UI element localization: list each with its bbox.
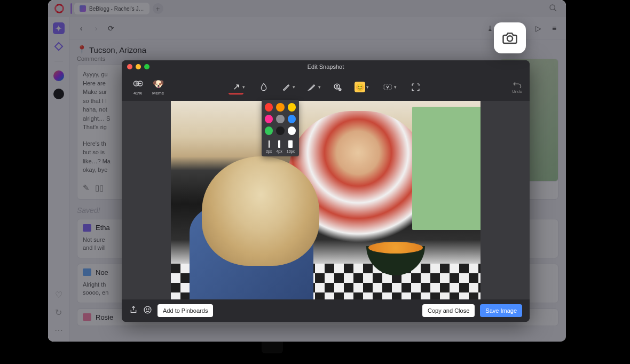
color-swatch-black[interactable] — [276, 126, 284, 135]
thread-name: Noe — [96, 268, 108, 276]
arrow-tool[interactable]: ↗ — [229, 80, 243, 94]
tab-indicator — [70, 3, 72, 14]
blur-tool[interactable] — [256, 80, 271, 94]
svg-point-13 — [146, 308, 147, 309]
location-label: 📍 Tucson, Arizona — [77, 45, 558, 54]
sidebar-heart-icon[interactable]: ♡ — [55, 290, 62, 300]
back-button[interactable]: ‹ — [75, 22, 88, 35]
sidebar-history-icon[interactable]: ↻ — [55, 307, 62, 318]
nav-bar: ‹ › ⟳ ⤓ ✎ ⊡ ▷ ≡ — [69, 17, 566, 39]
crop-tool[interactable] — [408, 80, 423, 94]
undo-label: Undo — [512, 89, 522, 94]
sidebar-tab-icon[interactable] — [53, 41, 65, 52]
reload-button[interactable]: ⟳ — [105, 22, 117, 35]
svg-point-0 — [550, 5, 555, 10]
svg-point-14 — [148, 308, 149, 309]
color-swatch-green[interactable] — [265, 126, 273, 135]
svg-rect-11 — [384, 84, 391, 90]
editor-titlebar: Edit Snapshot — [122, 60, 530, 73]
add-to-pinboards-button[interactable]: Add to Pinboards — [158, 304, 213, 317]
editor-toolbar: 41% 🐶 Meme ↗ ▾ ▾ ▾ — [122, 73, 530, 101]
snapshot-image — [171, 101, 481, 299]
color-swatch-pink[interactable] — [265, 115, 273, 123]
forward-button[interactable]: › — [90, 22, 103, 35]
arrow-dropdown[interactable]: ▾ — [242, 84, 249, 90]
selfie-tool[interactable] — [330, 80, 345, 94]
color-swatch-red[interactable] — [265, 103, 273, 112]
sidebar-app-icon[interactable] — [53, 88, 65, 100]
pin-icon: 📍 — [77, 45, 87, 54]
thread-name: Etha — [96, 224, 110, 232]
color-swatch-yellow[interactable] — [288, 103, 296, 112]
highlighter-tool[interactable] — [279, 80, 294, 94]
folder-icon — [83, 224, 91, 232]
browser-tab[interactable]: BeBlogg - Rachel's J… — [74, 3, 149, 14]
color-picker: 2px 4px 10px — [262, 100, 299, 156]
color-swatch-white[interactable] — [288, 126, 296, 135]
search-icon[interactable] — [549, 4, 560, 14]
stroke-size-10[interactable]: 10px — [287, 140, 295, 153]
sticker-dropdown[interactable]: ▾ — [366, 84, 373, 90]
highlighter-dropdown[interactable]: ▾ — [293, 84, 299, 90]
snapshot-float-button[interactable] — [494, 22, 526, 53]
new-tab-button[interactable]: + — [153, 3, 163, 14]
tab-favicon — [80, 5, 86, 12]
zoom-tool[interactable]: 41% — [129, 79, 146, 96]
pinboard-icon[interactable]: ▷ — [532, 22, 545, 35]
easy-setup-icon[interactable]: ≡ — [548, 22, 561, 35]
pen-dropdown[interactable]: ▾ — [318, 84, 325, 90]
snapshot-editor: Edit Snapshot 41% 🐶 Meme ↗ ▾ ▾ — [122, 60, 530, 322]
emoji-icon[interactable] — [143, 305, 152, 316]
color-swatch-gray[interactable] — [276, 115, 284, 123]
stroke-size-4[interactable]: 4px — [276, 140, 282, 153]
zoom-label: 41% — [133, 91, 142, 96]
sidebar-more-icon[interactable]: ⋯ — [54, 325, 63, 335]
color-swatch-orange[interactable] — [276, 103, 284, 112]
folder-icon — [83, 313, 91, 321]
meme-label: Meme — [152, 91, 164, 96]
pen-tool[interactable] — [304, 80, 319, 94]
magic-wand-icon[interactable]: ✎ — [83, 182, 90, 194]
sidebar-aria-icon[interactable]: ✦ — [53, 22, 65, 34]
sidebar: ✦ ♡ ↻ ⋯ — [48, 17, 69, 342]
book-icon[interactable]: ▯▯ — [95, 182, 104, 194]
text-tool[interactable] — [380, 80, 395, 94]
sidebar-messenger-icon[interactable] — [53, 70, 65, 82]
svg-line-1 — [554, 9, 556, 11]
share-icon[interactable] — [129, 305, 138, 316]
stroke-size-2[interactable]: 2px — [266, 140, 272, 153]
save-image-button[interactable]: Save Image — [480, 304, 522, 317]
thread-name: Rosie — [96, 313, 113, 321]
editor-title: Edit Snapshot — [122, 64, 530, 70]
editor-footer: Add to Pinboards Copy and Close Save Ima… — [122, 299, 530, 322]
tab-title: BeBlogg - Rachel's J… — [89, 6, 144, 12]
editor-canvas[interactable] — [122, 101, 530, 299]
svg-point-12 — [144, 306, 151, 313]
copy-and-close-button[interactable]: Copy and Close — [422, 304, 475, 317]
svg-point-7 — [336, 85, 337, 86]
opera-logo — [54, 4, 64, 13]
meme-tool[interactable]: 🐶 Meme — [149, 79, 167, 96]
undo-button[interactable]: Undo — [512, 81, 522, 94]
text-dropdown[interactable]: ▾ — [394, 84, 400, 90]
folder-icon — [83, 268, 91, 276]
color-swatch-blue[interactable] — [288, 115, 296, 123]
sticker-tool[interactable]: 😊 — [352, 80, 367, 94]
svg-point-15 — [507, 36, 513, 41]
